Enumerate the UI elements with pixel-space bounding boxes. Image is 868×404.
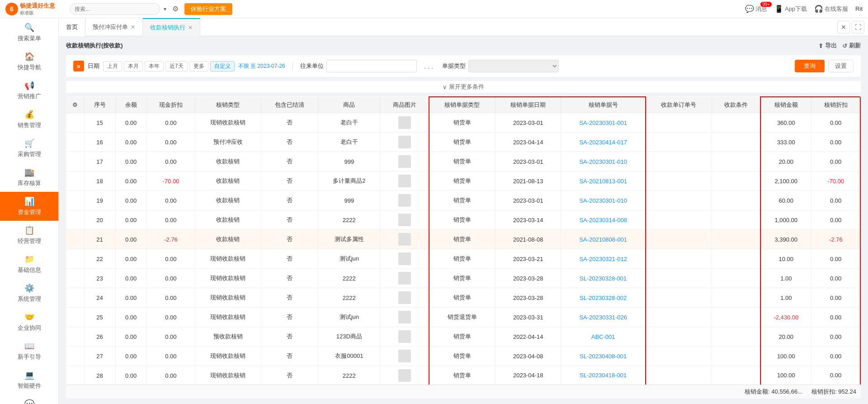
expand-more-row[interactable]: ∨ 展开更多条件 (66, 81, 861, 93)
tab-home[interactable]: 首页 (59, 18, 85, 36)
app-download-link[interactable]: 📱 App下载 (774, 5, 807, 13)
td-verify-amount: 10.00 (760, 249, 811, 269)
td-product-img (380, 308, 429, 327)
dropdown-arrow[interactable]: ▾ (164, 6, 166, 12)
td-verify-type: 现销收款核销 (195, 308, 261, 327)
sidebar-item-guide[interactable]: 📖新手引导 (0, 337, 58, 366)
td-verify-bill-no[interactable]: SL-20230328-001 (561, 269, 646, 288)
tab-bar: 首页 预付冲应付单 ✕ 收款核销执行 ✕ ✕ ⛶ (59, 18, 868, 36)
online-service-link[interactable]: 🎧 在线客服 (814, 5, 848, 13)
date-btn-more[interactable]: 更多 (189, 61, 208, 71)
td-verify-bill-no[interactable]: SA-20210808-001 (561, 230, 646, 249)
tab-receipts-close[interactable]: ✕ (188, 24, 193, 31)
td-cash-discount: 0.00 (146, 269, 195, 288)
td-verify-bill-no[interactable]: SA-20230321-012 (561, 249, 646, 269)
sidebar-item-marketing[interactable]: 📢营销推广 (0, 76, 58, 105)
sidebar-item-enterprise[interactable]: 🤝企业协同 (0, 308, 58, 337)
td-verify-amount: 20.00 (760, 152, 811, 171)
td-balance: 0.00 (115, 327, 146, 347)
td-verify-bill-no[interactable]: SA-20230301-010 (561, 152, 646, 171)
tab-expand-btn[interactable]: ⛶ (852, 21, 864, 33)
td-verify-bill-no[interactable]: SL-20230328-002 (561, 288, 646, 308)
gear-icon[interactable]: ⚙ (170, 4, 181, 14)
tab-prepay[interactable]: 预付冲应付单 ✕ (85, 18, 143, 36)
sidebar-item-purchase[interactable]: 🛒采购管理 (0, 134, 58, 163)
sidebar-item-capital[interactable]: 📊资金管理 (0, 192, 58, 221)
sidebar-item-hardware[interactable]: 💻智能硬件 (0, 366, 58, 394)
industry-btn[interactable]: 休验行业方案 (184, 3, 232, 15)
td-product-img (380, 133, 429, 152)
date-btn-custom[interactable]: 自定义 (210, 61, 235, 71)
unit-input[interactable] (326, 60, 417, 72)
sidebar-item-nav[interactable]: 🏠快捷导航 (0, 47, 58, 76)
td-product-img (380, 347, 429, 366)
date-options: 上月 本月 本年 近7天 更多 自定义 (103, 61, 235, 71)
sidebar-item-inventory[interactable]: 🏬库存核算 (0, 163, 58, 192)
query-button[interactable]: 查询 (795, 60, 825, 72)
td-product-img (380, 171, 429, 191)
td-product: 老白干 (318, 113, 380, 133)
table-row: 15 0.00 0.00 现销收款核销 否 老白干 销货单 2023-03-01… (66, 113, 860, 133)
date-btn-7days[interactable]: 近7天 (165, 61, 188, 71)
td-verify-bill-type: 销货单 (429, 113, 495, 133)
date-btn-this-month[interactable]: 本月 (124, 61, 143, 71)
tab-close-btn[interactable]: ✕ (837, 21, 850, 33)
td-verify-bill-date: 2023-03-21 (495, 249, 561, 269)
td-no: 15 (84, 113, 115, 133)
content-area: 首页 预付冲应付单 ✕ 收款核销执行 ✕ ✕ ⛶ 收款核销执行(按收款) (59, 18, 868, 404)
td-product: 2222 (318, 269, 380, 288)
td-gear (66, 327, 84, 347)
tab-receipts[interactable]: 收款核销执行 ✕ (143, 18, 200, 36)
sidebar-item-system[interactable]: ⚙️系统管理 (0, 279, 58, 308)
td-verify-bill-no[interactable]: SA-20210813-001 (561, 171, 646, 191)
filter-expand-btn[interactable]: » (73, 61, 84, 71)
td-verify-bill-no[interactable]: SA-20230301-010 (561, 191, 646, 210)
td-verify-bill-type: 销货单 (429, 269, 495, 288)
refresh-btn[interactable]: ↺ 刷新 (842, 42, 861, 50)
type-select[interactable] (468, 60, 559, 72)
unit-label: 往来单位 (300, 62, 324, 70)
table-body: 15 0.00 0.00 现销收款核销 否 老白干 销货单 2023-03-01… (66, 113, 860, 385)
td-gear (66, 191, 84, 210)
search-input[interactable] (70, 3, 160, 15)
td-product-img (380, 288, 429, 308)
td-no: 23 (84, 269, 115, 288)
td-verify-type: 预收款核销 (195, 327, 261, 347)
td-verify-bill-no[interactable]: ABC-001 (561, 327, 646, 347)
sidebar-item-wechat[interactable]: 💬企业微信 (0, 394, 58, 404)
table-wrapper[interactable]: ⚙ 序号 余额 现金折扣 核销类型 包含已结清 商品 商品图片 核销单据类型 核… (66, 96, 861, 385)
td-product-img (380, 249, 429, 269)
td-verify-bill-no[interactable]: SL-20230418-001 (561, 366, 646, 385)
td-verify-bill-no[interactable]: SA-20230301-001 (561, 113, 646, 133)
td-verify-amount: 100.00 (760, 347, 811, 366)
messages-link[interactable]: 💬 消息 99+ (745, 5, 767, 13)
date-btn-this-year[interactable]: 本年 (145, 61, 164, 71)
table-row: 18 0.00 -70.00 收款核销 否 多计量商品2 销货单 2021-08… (66, 171, 860, 191)
td-verify-bill-no[interactable]: SL-20230408-001 (561, 347, 646, 366)
refresh-icon: ↺ (842, 43, 847, 49)
td-product: 测试jun (318, 308, 380, 327)
td-verify-type: 收款核销 (195, 210, 261, 230)
date-btn-last-month[interactable]: 上月 (103, 61, 122, 71)
td-verify-amount: 60.00 (760, 191, 811, 210)
td-verify-bill-no[interactable]: SA-20230331-026 (561, 308, 646, 327)
th-verify-bill-date: 核销单据日期 (495, 97, 561, 113)
td-verify-bill-date: 2023-03-01 (495, 152, 561, 171)
logo-text: 畅捷通好生意 标准版 (20, 2, 55, 16)
td-verify-bill-type: 销货单 (429, 133, 495, 152)
th-receipt-order: 收款单订单号 (646, 97, 712, 113)
sidebar-item-search[interactable]: 🔍搜索菜单 (0, 18, 58, 47)
sidebar-item-sales[interactable]: 💰销售管理 (0, 105, 58, 134)
sidebar-item-basic[interactable]: 📁基础信息 (0, 250, 58, 279)
export-btn[interactable]: ⬆ 导出 (818, 42, 837, 50)
filter-dots: ... (424, 62, 435, 71)
th-gear[interactable]: ⚙ (66, 97, 84, 113)
user-name[interactable]: Rit (855, 5, 863, 12)
td-verify-bill-no[interactable]: SA-20230414-017 (561, 133, 646, 152)
setting-button[interactable]: 设置 (828, 60, 854, 72)
th-included: 包含已结清 (261, 97, 318, 113)
tab-prepay-close[interactable]: ✕ (131, 24, 135, 30)
sidebar-item-business[interactable]: 📋经营管理 (0, 221, 58, 250)
td-verify-bill-no[interactable]: SA-20230314-008 (561, 210, 646, 230)
td-product: 2222 (318, 366, 380, 385)
